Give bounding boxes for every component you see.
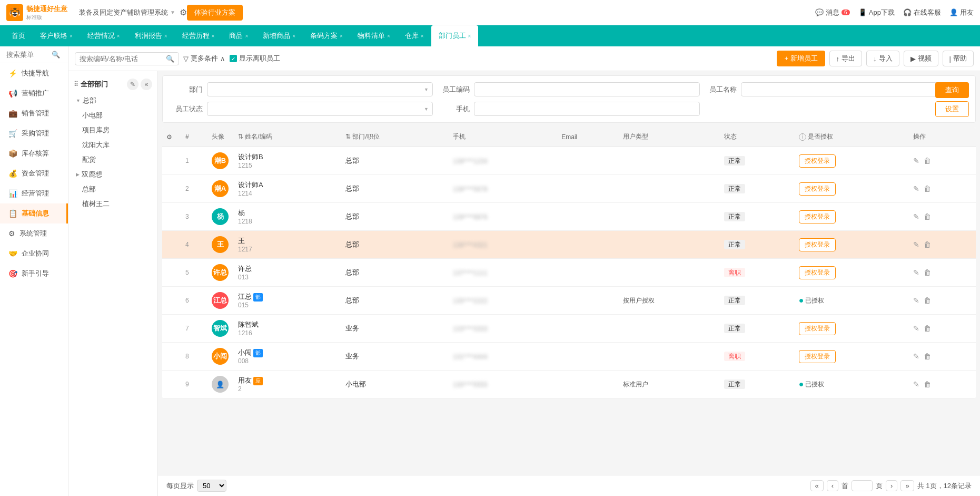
tab-customer[interactable]: 客户联络×	[33, 25, 80, 46]
sidebar-item-quick-nav[interactable]: ⚡ 快捷导航	[0, 63, 68, 83]
edit-btn[interactable]: ✎	[913, 184, 919, 193]
first-page-btn[interactable]: «	[810, 480, 824, 491]
sidebar-item-sales[interactable]: 💼 销售管理	[0, 103, 68, 123]
auth-info-icon[interactable]: i	[799, 133, 806, 141]
sidebar-item-guide[interactable]: 🎯 新手引导	[0, 264, 68, 284]
message-btn[interactable]: 💬 消息 6	[815, 8, 850, 17]
system-title-dropdown[interactable]: ▼	[170, 9, 175, 15]
user-btn[interactable]: 👤 用友	[949, 8, 974, 17]
sidebar-item-marketing[interactable]: 📢 营销推广	[0, 83, 68, 103]
auth-login-btn[interactable]: 授权登录	[799, 154, 836, 168]
edit-btn[interactable]: ✎	[913, 212, 919, 221]
tab-warehouse[interactable]: 仓库×	[398, 25, 431, 46]
edit-dept-btn[interactable]: ✎	[127, 79, 138, 90]
edit-btn[interactable]: ✎	[913, 324, 919, 333]
delete-btn[interactable]: 🗑	[924, 268, 931, 277]
dept-tree-item-small-elec[interactable]: 小电部	[68, 108, 157, 123]
tab-history[interactable]: 经营历程×	[175, 25, 222, 46]
tab-profit-report[interactable]: 经营情况×	[80, 25, 127, 46]
search-input[interactable]	[80, 55, 164, 63]
search-menu-icon[interactable]: 🔍	[52, 51, 60, 59]
tab-warehouse-close[interactable]: ×	[421, 33, 424, 39]
search-menu-input[interactable]	[6, 51, 48, 59]
dept-tree-item-shenyang[interactable]: 沈阳大库	[68, 138, 157, 152]
import-button[interactable]: ↓ 导入	[866, 51, 899, 66]
delete-btn[interactable]: 🗑	[924, 157, 931, 165]
tab-goods[interactable]: 商品×	[222, 25, 255, 46]
tab-add-goods-close[interactable]: ×	[292, 33, 295, 39]
online-service-btn[interactable]: 🎧 在线客服	[903, 8, 941, 17]
collapse-dept-btn[interactable]: «	[141, 79, 152, 90]
page-input[interactable]: 1	[852, 480, 873, 491]
tab-barcode[interactable]: 条码方案×	[303, 25, 350, 46]
phone-input[interactable]	[474, 102, 700, 116]
search-button[interactable]: 查询	[935, 82, 969, 98]
dept-select[interactable]	[207, 82, 433, 96]
show-disabled-checkbox[interactable]: ✓	[230, 55, 237, 62]
add-employee-button[interactable]: + 新增员工	[777, 51, 825, 66]
set-button[interactable]: 设置	[935, 101, 969, 117]
gear-icon[interactable]: ⚙	[180, 7, 187, 17]
last-page-btn[interactable]: »	[900, 480, 914, 491]
dept-tree-item-zhao-wang[interactable]: 植树王二	[68, 197, 157, 211]
prev-page-btn[interactable]: ‹	[827, 480, 838, 491]
tab-add-goods[interactable]: 新增商品×	[255, 25, 303, 46]
auth-login-btn[interactable]: 授权登录	[799, 210, 836, 223]
status-select[interactable]	[207, 102, 433, 116]
tab-profit[interactable]: 利润报告×	[127, 25, 175, 46]
sidebar-item-cooperation[interactable]: 🤝 企业协同	[0, 244, 68, 264]
dept-tree-item-peihuo[interactable]: 配货	[68, 152, 157, 167]
app-download-btn[interactable]: 📱 App下载	[858, 8, 895, 17]
tab-goods-close[interactable]: ×	[245, 33, 248, 39]
edit-btn[interactable]: ✎	[913, 380, 919, 388]
tab-staff-close[interactable]: ×	[468, 33, 471, 39]
tab-customer-close[interactable]: ×	[70, 33, 73, 39]
sidebar-item-inventory[interactable]: 📦 库存核算	[0, 143, 68, 163]
tab-profit-report-close[interactable]: ×	[117, 33, 120, 39]
tab-profit-close[interactable]: ×	[164, 33, 167, 39]
all-dept-btn[interactable]: ⠿ 全部部门	[74, 80, 108, 89]
code-input[interactable]	[474, 82, 700, 96]
edit-btn[interactable]: ✎	[913, 352, 919, 361]
col-settings[interactable]: ⚙	[162, 127, 181, 147]
delete-btn[interactable]: 🗑	[924, 352, 931, 361]
auth-login-btn[interactable]: 授权登录	[799, 322, 836, 335]
tab-home[interactable]: 首页	[4, 25, 33, 46]
search-icon[interactable]: 🔍	[166, 55, 174, 63]
dept-tree-item-general[interactable]: ▼ 总部	[68, 93, 157, 108]
col-name[interactable]: ⇅ 姓名/编码	[234, 127, 341, 147]
delete-btn[interactable]: 🗑	[924, 296, 931, 305]
auth-login-btn[interactable]: 授权登录	[799, 182, 836, 196]
tab-material[interactable]: 物料清单×	[350, 25, 398, 46]
help-button[interactable]: | 帮助	[943, 51, 974, 66]
col-dept[interactable]: ⇅ 部门/职位	[341, 127, 449, 147]
auth-login-btn[interactable]: 授权登录	[799, 350, 836, 363]
edit-btn[interactable]: ✎	[913, 296, 919, 305]
more-filter-btn[interactable]: ▽ 更多条件 ∧	[183, 54, 225, 63]
auth-login-btn[interactable]: 授权登录	[799, 266, 836, 279]
dept-tree-item-shuangji[interactable]: ▶ 双鹿想	[68, 167, 157, 182]
experience-button[interactable]: 体验行业方案	[187, 5, 243, 21]
name-input[interactable]	[741, 82, 967, 96]
edit-btn[interactable]: ✎	[913, 157, 919, 165]
show-disabled-toggle[interactable]: ✓ 显示离职员工	[230, 54, 280, 63]
edit-btn[interactable]: ✎	[913, 240, 919, 249]
delete-btn[interactable]: 🗑	[924, 184, 931, 193]
tab-barcode-close[interactable]: ×	[340, 33, 343, 39]
delete-btn[interactable]: 🗑	[924, 240, 931, 249]
sidebar-item-purchase[interactable]: 🛒 采购管理	[0, 123, 68, 143]
sidebar-item-operation[interactable]: 📊 经营管理	[0, 183, 68, 203]
auth-login-btn[interactable]: 授权登录	[799, 238, 836, 251]
export-button[interactable]: ↑ 导出	[829, 51, 863, 66]
delete-btn[interactable]: 🗑	[924, 212, 931, 221]
edit-btn[interactable]: ✎	[913, 268, 919, 277]
page-size-select[interactable]: 50 100	[197, 480, 226, 492]
next-page-btn[interactable]: ›	[886, 480, 897, 491]
delete-btn[interactable]: 🗑	[924, 380, 931, 388]
tab-history-close[interactable]: ×	[212, 33, 215, 39]
dept-tree-item-project[interactable]: 项目库房	[68, 123, 157, 138]
tab-staff[interactable]: 部门员工×	[431, 25, 479, 46]
video-button[interactable]: ▶ 视频	[904, 51, 938, 66]
sidebar-item-finance[interactable]: 💰 资金管理	[0, 163, 68, 183]
sidebar-item-basic-info[interactable]: 📋 基础信息	[0, 203, 68, 223]
